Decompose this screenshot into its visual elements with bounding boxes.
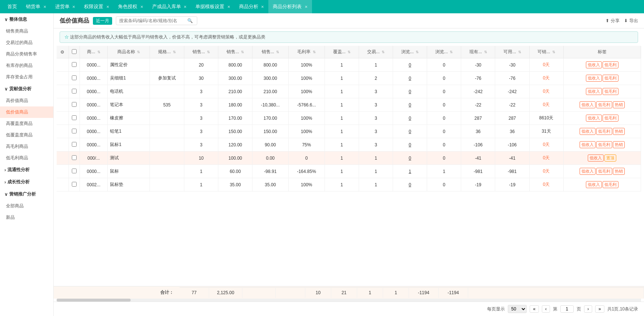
- row-check[interactable]: [72, 89, 77, 94]
- sidebar-item-new-goods[interactable]: 新品: [0, 212, 53, 223]
- view-link[interactable]: 0: [409, 89, 411, 94]
- search-input[interactable]: [119, 18, 186, 23]
- col-view1[interactable]: 浏览... ⇅: [393, 46, 427, 58]
- settings-col-header[interactable]: ⚙: [57, 46, 68, 58]
- sidebar-item-stock-funds[interactable]: 库存资金占用: [0, 71, 53, 83]
- sidebar-item-high-value[interactable]: 高价值商品: [0, 95, 53, 106]
- sidebar-item-high-profit[interactable]: 高毛利商品: [0, 141, 53, 152]
- row-check[interactable]: [72, 62, 77, 67]
- row-check[interactable]: [72, 75, 77, 80]
- row-checkbox[interactable]: [68, 72, 80, 85]
- sidebar-item-category-rate[interactable]: 商品分类销售率: [0, 48, 53, 60]
- row-settings[interactable]: [57, 178, 68, 191]
- row-view1[interactable]: 0: [393, 72, 427, 85]
- export-button[interactable]: ⬇ 导出: [624, 18, 638, 24]
- sidebar-group-contribution[interactable]: ∨ 贡献值分析: [0, 83, 53, 95]
- row-view1[interactable]: 0: [393, 58, 427, 72]
- close-icon[interactable]: ✕: [184, 5, 187, 9]
- sidebar-item-sales-goods[interactable]: 销售类商品: [0, 26, 53, 37]
- row-checkbox[interactable]: [68, 112, 80, 125]
- sidebar-item-low-value[interactable]: 低价值商品: [0, 106, 53, 118]
- share-button[interactable]: ⬆ 分享: [606, 18, 620, 24]
- col-usable[interactable]: 可用... ⇅: [495, 46, 529, 58]
- sidebar-item-traded-goods[interactable]: 交易过的商品: [0, 37, 53, 48]
- row-check[interactable]: [72, 169, 77, 173]
- row-checkbox[interactable]: [68, 98, 80, 112]
- row-check[interactable]: [72, 129, 77, 133]
- close-icon[interactable]: ✕: [43, 5, 46, 9]
- row-checkbox[interactable]: [68, 165, 80, 178]
- row-settings[interactable]: [57, 138, 68, 152]
- col-gross[interactable]: 毛利率 ⇅: [288, 46, 325, 58]
- row-view1[interactable]: 0: [393, 138, 427, 152]
- nav-purchase[interactable]: 进货单 ✕: [51, 0, 80, 13]
- scrollbar-thumb[interactable]: [57, 299, 131, 302]
- nav-role[interactable]: 角色授权 ✕: [114, 0, 148, 13]
- close-icon[interactable]: ✕: [140, 5, 143, 9]
- nav-sales[interactable]: 销货单 ✕: [21, 0, 51, 13]
- col-current[interactable]: 现有... ⇅: [461, 46, 495, 58]
- nav-template[interactable]: 单据模板设置 ✕: [191, 0, 235, 13]
- nav-inbound[interactable]: 产成品入库单 ✕: [148, 0, 191, 13]
- view-link[interactable]: 0: [409, 142, 411, 147]
- sidebar-item-low-profit[interactable]: 低毛利商品: [0, 152, 53, 164]
- horizontal-scrollbar[interactable]: [57, 299, 641, 302]
- col-name[interactable]: 商品名称 ⇅: [108, 46, 150, 58]
- row-checkbox[interactable]: [68, 152, 80, 165]
- sidebar-group-marketing[interactable]: ∨ 营销推广分析: [0, 188, 53, 200]
- row-view1[interactable]: 0: [393, 112, 427, 125]
- first-page-button[interactable]: «: [530, 305, 539, 313]
- view-link[interactable]: 0: [409, 62, 411, 68]
- row-settings[interactable]: [57, 125, 68, 138]
- sidebar-group-liquidity[interactable]: › 流通性分析: [0, 164, 53, 176]
- last-page-button[interactable]: »: [595, 305, 604, 313]
- view-link[interactable]: 0: [409, 156, 411, 161]
- row-view1[interactable]: 1: [393, 165, 427, 178]
- row-check[interactable]: [72, 115, 77, 120]
- view-link[interactable]: 0: [409, 116, 411, 121]
- view-link[interactable]: 0: [409, 102, 411, 108]
- row-settings[interactable]: [57, 112, 68, 125]
- row-check[interactable]: [72, 155, 77, 160]
- row-checkbox[interactable]: [68, 125, 80, 138]
- row-check[interactable]: [72, 142, 77, 147]
- row-checkbox[interactable]: [68, 85, 80, 98]
- page-number-input[interactable]: [560, 305, 574, 313]
- sidebar-item-high-coverage[interactable]: 高覆盖度商品: [0, 118, 53, 129]
- view-link[interactable]: 0: [409, 76, 411, 81]
- row-view1[interactable]: 0: [393, 98, 427, 112]
- close-icon[interactable]: ✕: [72, 5, 75, 9]
- row-view1[interactable]: 0: [393, 178, 427, 191]
- sidebar-item-low-coverage[interactable]: 低覆盖度商品: [0, 129, 53, 141]
- col-sale1[interactable]: 销售... ⇅: [184, 46, 218, 58]
- col-cover[interactable]: 覆盖... ⇅: [325, 46, 359, 58]
- col-trade[interactable]: 交易... ⇅: [359, 46, 393, 58]
- col-sale2[interactable]: 销售... ⇅: [218, 46, 252, 58]
- row-settings[interactable]: [57, 152, 68, 165]
- sidebar-group-overall[interactable]: ∨ 整体信息: [0, 13, 53, 26]
- checkbox-col-header[interactable]: [68, 46, 80, 58]
- select-all-checkbox[interactable]: [72, 49, 77, 54]
- row-settings[interactable]: [57, 58, 68, 72]
- close-icon[interactable]: ✕: [305, 5, 308, 9]
- row-settings[interactable]: [57, 85, 68, 98]
- nav-product-analysis-list[interactable]: 商品分析列表 ✕: [268, 0, 312, 13]
- page-size-select[interactable]: 50 100 200: [508, 305, 527, 313]
- col-view2[interactable]: 浏览... ⇅: [427, 46, 461, 58]
- row-view1[interactable]: 0: [393, 152, 427, 165]
- row-check[interactable]: [72, 182, 77, 187]
- row-settings[interactable]: [57, 98, 68, 112]
- row-checkbox[interactable]: [68, 138, 80, 152]
- view-link[interactable]: 0: [409, 182, 411, 187]
- view-link[interactable]: 1: [409, 169, 411, 174]
- close-icon[interactable]: ✕: [227, 5, 230, 9]
- sidebar-item-stock-goods[interactable]: 有库存的商品: [0, 60, 53, 71]
- row-view1[interactable]: 0: [393, 85, 427, 98]
- col-saleable[interactable]: 可销... ⇅: [529, 46, 563, 58]
- prev-page-button[interactable]: ‹: [542, 305, 550, 313]
- view-link[interactable]: 0: [409, 129, 411, 134]
- close-icon[interactable]: ✕: [106, 5, 109, 9]
- filter-tag-recent[interactable]: 近一月: [93, 17, 112, 25]
- row-settings[interactable]: [57, 165, 68, 178]
- col-spec[interactable]: 规格... ⇅: [150, 46, 184, 58]
